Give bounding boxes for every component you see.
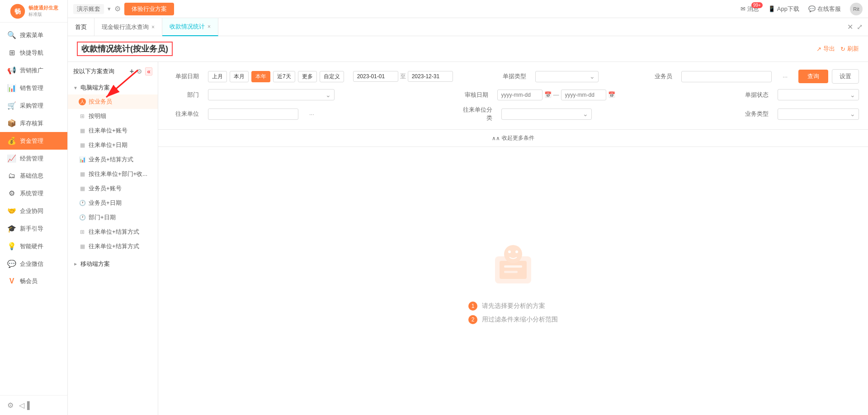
scheme-item-counterpart-date[interactable]: ▦ 往来单位+日期 <box>68 138 158 152</box>
trial-button[interactable]: 体验行业方案 <box>124 3 174 15</box>
scheme-add-icon[interactable]: + <box>130 67 134 75</box>
detail-scheme-icon: ⊞ <box>79 113 86 120</box>
scheme-header-icons: + ⚙ « <box>130 67 152 75</box>
review-date-from[interactable] <box>497 90 542 100</box>
scheme-panel: 按以下方案查询 + ⚙ « ▼ 电脑端方案 人 按业务员 <box>68 62 158 415</box>
scheme-item-counterpart-settlement2-label: 往来单位+结算方式 <box>89 242 139 250</box>
smart-hw-icon: 💡 <box>7 242 16 250</box>
empty-steps: 1 请先选择要分析的方案 2 用过滤条件来缩小分析范围 <box>468 302 558 324</box>
sidebar-item-basic-info[interactable]: 🗂 基础信息 <box>0 167 67 184</box>
collapse-label: 收起更多条件 <box>502 134 534 142</box>
app-download-item[interactable]: 📱 App下载 <box>768 5 799 13</box>
salesperson-more-icon[interactable]: ··· <box>781 72 789 81</box>
refresh-button[interactable]: ↻ 刷新 <box>840 45 859 53</box>
user-avatar[interactable]: Rit <box>850 3 863 15</box>
basic-info-icon: 🗂 <box>7 172 16 180</box>
settings-bottom-icon[interactable]: ⚙ <box>7 401 14 410</box>
tab-home[interactable]: 首页 <box>68 18 94 36</box>
scheme-item-counterpart-account[interactable]: ▦ 往来单位+账号 <box>68 123 158 138</box>
scheme-mobile-group-title[interactable]: ▼ 移动端方案 <box>68 257 158 271</box>
dept-label: 部门 <box>167 91 199 99</box>
header-settings-icon[interactable]: ⚙ <box>114 5 121 13</box>
enterprise-icon: 🤝 <box>7 207 16 215</box>
filter-row-3: 往来单位 ··· 往来单位分类 业务类型 <box>167 106 859 122</box>
scheme-group-desktop: ▼ 电脑端方案 人 按业务员 ⊞ 按明细 ▦ 往来单位+账号 <box>68 79 158 255</box>
sidebar: 畅 畅捷通好生意 标准版 🔍 搜索菜单 ⊞ 快捷导航 📢 营销推广 📊 销售管理… <box>0 0 68 415</box>
desktop-group-arrow: ▼ <box>73 85 78 90</box>
dept-select-wrapper <box>208 89 335 100</box>
sidebar-item-sales[interactable]: 📊 销售管理 <box>0 79 67 97</box>
date-to-input[interactable] <box>408 71 453 82</box>
collapse-chevron-icon: ∧∧ <box>492 135 500 141</box>
close-window-icon[interactable]: ✕ <box>847 23 853 31</box>
search-menu-icon: 🔍 <box>7 31 16 39</box>
date-btn-more[interactable]: 更多 <box>298 71 317 82</box>
tab-bank-flow[interactable]: 现金银行流水查询 × <box>94 18 162 36</box>
date-from-input[interactable] <box>353 71 398 82</box>
member-icon: V <box>7 277 16 285</box>
dept-select[interactable] <box>208 89 335 100</box>
sidebar-item-system[interactable]: ⚙ 系统管理 <box>0 184 67 202</box>
scheme-item-by-salesperson[interactable]: 人 按业务员 <box>68 94 158 109</box>
sidebar-item-guide[interactable]: 🎓 新手引导 <box>0 220 67 237</box>
page-title: 收款情况统计(按业务员) <box>77 42 173 56</box>
collapse-bar[interactable]: ∧∧ 收起更多条件 <box>158 130 868 147</box>
scheme-desktop-group-title[interactable]: ▼ 电脑端方案 <box>68 81 158 94</box>
online-service-item[interactable]: 💬 在线客服 <box>808 5 841 13</box>
sidebar-item-member[interactable]: V 畅会员 <box>0 273 67 290</box>
scheme-item-counterpart-dept[interactable]: ▦ 按往来单位+部门+收... <box>68 167 158 181</box>
scheme-panel-header: 按以下方案查询 + ⚙ « <box>68 67 158 79</box>
query-button[interactable]: 查询 <box>798 70 828 83</box>
scheme-settings-icon[interactable]: ⚙ <box>137 68 142 75</box>
sidebar-item-purchase[interactable]: 🛒 采购管理 <box>0 97 67 114</box>
scheme-item-dept-date[interactable]: 🕐 部门+日期 <box>68 210 158 225</box>
export-button[interactable]: ↗ 导出 <box>816 45 835 53</box>
sidebar-item-quick-nav[interactable]: ⊞ 快捷导航 <box>0 44 67 61</box>
scheme-item-counterpart-settlement1[interactable]: ⊞ 往来单位+结算方式 <box>68 225 158 239</box>
scheme-item-salesperson-date[interactable]: 🕐 业务员+日期 <box>68 196 158 210</box>
tab-collection-stat[interactable]: 收款情况统计 × <box>162 18 218 36</box>
counterpart-input[interactable] <box>208 108 298 120</box>
sidebar-item-enterprise[interactable]: 🤝 企业协同 <box>0 202 67 220</box>
collapse-sidebar-icon[interactable]: ◁▐ <box>19 401 29 410</box>
review-date-to[interactable] <box>561 90 606 100</box>
scheme-item-salesperson-settlement[interactable]: 📊 业务员+结算方式 <box>68 152 158 167</box>
biz-type-select[interactable] <box>778 108 859 120</box>
scheme-item-salesperson-settlement-label: 业务员+结算方式 <box>89 156 133 164</box>
message-item[interactable]: ✉ 消息 99+ <box>741 5 759 13</box>
tab-bank-flow-close[interactable]: × <box>151 24 155 30</box>
sidebar-item-operations[interactable]: 📈 经营管理 <box>0 150 67 167</box>
page-header: 收款情况统计(按业务员) ↗ 导出 ↻ 刷新 <box>68 36 868 62</box>
review-date-calendar-from[interactable]: 📅 <box>544 91 552 98</box>
sidebar-item-search-menu[interactable]: 🔍 搜索菜单 <box>0 26 67 44</box>
filter-settings-button[interactable]: 设置 <box>832 69 859 84</box>
online-service-label: 在线客服 <box>817 5 841 13</box>
date-btn-custom[interactable]: 自定义 <box>320 71 344 82</box>
scheme-item-counterpart-settlement1-label: 往来单位+结算方式 <box>89 228 139 236</box>
salesperson-input[interactable] <box>681 71 772 82</box>
company-dropdown-icon[interactable]: ▾ <box>108 5 111 12</box>
date-btn-this-month[interactable]: 本月 <box>230 71 249 82</box>
sidebar-item-marketing[interactable]: 📢 营销推广 <box>0 61 67 79</box>
step-num-1: 1 <box>468 302 477 311</box>
sidebar-item-finance[interactable]: 💰 资金管理 <box>0 132 67 150</box>
scheme-item-counterpart-settlement2[interactable]: ▦ 往来单位+结算方式 <box>68 239 158 254</box>
maximize-window-icon[interactable]: ⤢ <box>857 23 863 31</box>
salesperson-scheme-icon: 人 <box>79 98 86 105</box>
doc-type-select[interactable] <box>535 71 599 82</box>
date-btn-last7[interactable]: 近7天 <box>273 71 295 82</box>
doc-status-select[interactable] <box>778 89 859 100</box>
counterpart-more-icon[interactable]: ··· <box>307 110 316 118</box>
scheme-item-salesperson-account[interactable]: ▦ 业务员+账号 <box>68 181 158 196</box>
scheme-item-by-detail[interactable]: ⊞ 按明细 <box>68 109 158 123</box>
tab-collection-stat-close[interactable]: × <box>208 24 211 30</box>
review-date-dash: — <box>553 91 559 98</box>
sidebar-item-wechat[interactable]: 💬 企业微信 <box>0 255 67 273</box>
sidebar-item-smart-hw[interactable]: 💡 智能硬件 <box>0 237 67 255</box>
review-date-calendar-to[interactable]: 📅 <box>608 91 615 98</box>
date-btn-this-year[interactable]: 本年 <box>251 71 270 82</box>
counterpart-category-select[interactable] <box>501 108 592 120</box>
sidebar-item-inventory[interactable]: 📦 库存核算 <box>0 114 67 132</box>
date-btn-prev-month[interactable]: 上月 <box>208 71 227 82</box>
scheme-collapse-icon[interactable]: « <box>145 67 152 75</box>
